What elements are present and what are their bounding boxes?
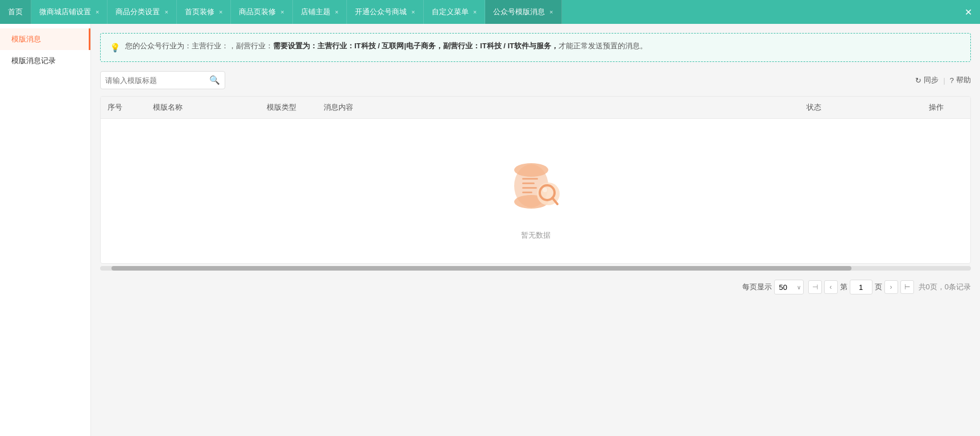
help-button[interactable]: ? 帮助 (950, 75, 971, 85)
nav-tab-home[interactable]: 首页 (0, 0, 31, 24)
svg-rect-3 (522, 178, 538, 180)
nav-tab-product-category[interactable]: 商品分类设置 × (107, 0, 176, 24)
empty-illustration (502, 153, 570, 221)
close-all-button[interactable]: ✕ (957, 0, 980, 24)
svg-point-1 (514, 163, 548, 177)
svg-point-10 (543, 188, 547, 192)
page-word: 第 (840, 282, 847, 292)
search-row: 🔍 ↻ 同步 | ? 帮助 (100, 71, 971, 89)
total-info: 共0页，0条记录 (919, 282, 971, 292)
nav-tab-product-decor-close[interactable]: × (280, 9, 284, 15)
sync-icon: ↻ (915, 76, 921, 85)
notice-box: 💡 您的公众号行业为：主营行业：，副营行业：需要设置为：主营行业：IT科技 / … (100, 33, 971, 62)
divider: | (943, 76, 945, 85)
nav-tab-shop-theme-label: 店铺主题 (301, 7, 330, 17)
nav-tab-product-decor[interactable]: 商品页装修 × (231, 0, 292, 24)
notice-suffix: 才能正常发送预置的消息。 (559, 41, 647, 50)
nav-tab-product-decor-label: 商品页装修 (239, 7, 276, 17)
notice-highlight: 需要设置为：主营行业：IT科技 / 互联网|电子商务，副营行业：IT科技 / I… (273, 41, 559, 50)
nav-tab-home-decor-close[interactable]: × (219, 9, 222, 15)
scrollbar-thumb[interactable] (111, 266, 851, 271)
nav-tab-custom-menu[interactable]: 自定义菜单 × (424, 0, 485, 24)
page-size-select-wrap[interactable]: 10 20 50 100 (774, 280, 804, 294)
lightbulb-icon: 💡 (110, 41, 121, 55)
th-status: 状态 (800, 97, 902, 118)
scrollbar-track[interactable] (100, 266, 971, 271)
help-icon: ? (950, 76, 954, 85)
page-word2: 页 (875, 282, 882, 292)
nav-tab-shop-theme-close[interactable]: × (335, 9, 338, 15)
content-area: 💡 您的公众号行业为：主营行业：，副营行业：需要设置为：主营行业：IT科技 / … (91, 24, 980, 436)
sync-button[interactable]: ↻ 同步 (915, 75, 938, 85)
svg-rect-5 (522, 187, 537, 189)
th-seq: 序号 (101, 97, 146, 118)
sync-label: 同步 (924, 75, 938, 85)
search-input-wrap[interactable]: 🔍 (100, 71, 225, 89)
th-name: 模版名称 (146, 97, 260, 118)
empty-state: 暂无数据 (101, 119, 970, 263)
page-next-button[interactable]: › (884, 280, 898, 294)
svg-rect-6 (522, 192, 532, 193)
notice-prefix: 您的公众号行业为：主营行业：，副营行业： (125, 41, 273, 50)
nav-tab-open-mall-close[interactable]: × (411, 9, 415, 15)
sidebar-item-template-msg-record-label: 模版消息记录 (11, 56, 56, 65)
nav-tab-shop-theme[interactable]: 店铺主题 × (293, 0, 347, 24)
page-size-dropdown[interactable]: 10 20 50 100 (774, 280, 804, 294)
page-size-label: 每页显示 (742, 282, 772, 292)
right-actions: ↻ 同步 | ? 帮助 (915, 75, 971, 85)
nav-tab-product-category-label: 商品分类设置 (115, 7, 160, 17)
nav-tab-open-mall-label: 开通公众号商城 (355, 7, 407, 17)
nav-tab-home-label: 首页 (8, 7, 23, 17)
search-icon[interactable]: 🔍 (209, 75, 220, 85)
nav-tab-custom-menu-label: 自定义菜单 (432, 7, 469, 17)
sidebar-item-template-msg[interactable]: 模版消息 (0, 28, 90, 50)
nav-tab-micro-shop-label: 微商城店铺设置 (39, 7, 91, 17)
nav-tab-custom-menu-close[interactable]: × (473, 9, 477, 15)
table-wrap: 序号 模版名称 模版类型 消息内容 状态 操作 (100, 96, 971, 264)
main-layout: 模版消息 模版消息记录 💡 您的公众号行业为：主营行业：，副营行业：需要设置为：… (0, 24, 980, 436)
page-size-select: 每页显示 10 20 50 100 (742, 280, 804, 294)
sidebar-item-template-msg-record[interactable]: 模版消息记录 (0, 50, 90, 72)
nav-tab-micro-shop[interactable]: 微商城店铺设置 × (31, 0, 107, 24)
page-last-button[interactable]: ⊢ (900, 280, 914, 294)
sidebar-item-template-msg-label: 模版消息 (11, 35, 41, 43)
pagination-row: 每页显示 10 20 50 100 ⊣ ‹ 第 页 › ⊢ (100, 275, 971, 297)
th-action: 操作 (902, 97, 970, 118)
sidebar: 模版消息 模版消息记录 (0, 24, 91, 436)
th-type: 模版类型 (260, 97, 317, 118)
nav-tab-home-decor[interactable]: 首页装修 × (177, 0, 231, 24)
nav-tab-micro-shop-close[interactable]: × (96, 9, 99, 15)
help-label: 帮助 (956, 75, 971, 85)
empty-text: 暂无数据 (521, 230, 551, 240)
nav-tab-template-msg-close[interactable]: × (549, 9, 553, 15)
nav-tab-open-mall[interactable]: 开通公众号商城 × (347, 0, 423, 24)
nav-tab-product-category-close[interactable]: × (164, 9, 168, 15)
nav-tab-template-msg-label: 公众号模版消息 (493, 7, 545, 17)
search-input[interactable] (105, 76, 209, 85)
page-prev-button[interactable]: ‹ (824, 280, 838, 294)
notice-text: 您的公众号行业为：主营行业：，副营行业：需要设置为：主营行业：IT科技 / 互联… (125, 40, 647, 52)
table-header: 序号 模版名称 模版类型 消息内容 状态 操作 (101, 97, 970, 119)
th-content: 消息内容 (317, 97, 800, 118)
page-input[interactable] (850, 280, 873, 294)
top-nav: 首页 微商城店铺设置 × 商品分类设置 × 首页装修 × 商品页装修 × 店铺主… (0, 0, 980, 24)
nav-tab-template-msg[interactable]: 公众号模版消息 × (485, 0, 561, 24)
page-nav: ⊣ ‹ 第 页 › ⊢ (808, 280, 914, 294)
nav-tab-home-decor-label: 首页装修 (185, 7, 214, 17)
svg-rect-4 (522, 182, 535, 184)
page-first-button[interactable]: ⊣ (808, 280, 822, 294)
